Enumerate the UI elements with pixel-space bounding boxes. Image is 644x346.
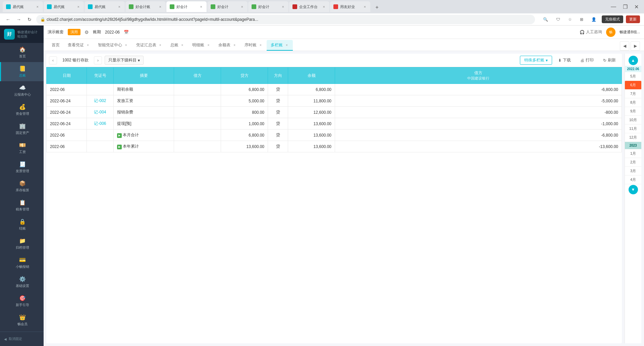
tab-voucher-summary[interactable]: 凭证汇总表 × [132,40,166,51]
tab-voucher-view-close[interactable]: × [86,43,90,47]
browser-tab-8[interactable]: 企业工作台 × [289,1,329,12]
calendar-month-june[interactable]: 6月 [625,81,641,90]
calendar-month-may[interactable]: 5月 [625,72,641,81]
extensions-icon[interactable]: ⊞ [577,16,586,23]
cell-voucher-1[interactable]: 记-002 [87,95,114,107]
tab-voucher-view[interactable]: 查看凭证 × [64,40,94,51]
browser-tab-7[interactable]: 好会计 × [248,1,288,12]
user-icon[interactable]: 👤 [589,16,599,23]
user-avatar[interactable]: 畅 [606,28,615,37]
calendar-icon[interactable]: 📅 [124,30,129,35]
filter-dropdown-button[interactable]: 只显示下级科目 ▾ [105,56,144,65]
tab-close-9[interactable]: × [363,4,367,9]
user-name[interactable]: 畅捷通B组... [620,30,640,35]
sidebar-item-tax[interactable]: 📋 税务管理 [0,196,44,215]
browser-tab-5[interactable]: 好会计 × [166,1,207,12]
expand-panel-button[interactable]: ▶ [631,41,640,51]
back-button[interactable]: ← [4,15,12,23]
tab-home[interactable]: 首页 [48,40,64,51]
update-button[interactable]: 更新 [626,15,640,23]
tab-balance-table[interactable]: 余额表 × [214,40,240,51]
sidebar-item-vip[interactable]: 👑 畅会员 [0,311,44,330]
maximize-button[interactable]: ❐ [620,2,630,11]
browser-tab-2[interactable]: 易代账 × [44,1,84,12]
browser-tab-4[interactable]: 好会计账 × [125,1,166,12]
browser-tab-6[interactable]: 好会计 × [207,1,248,12]
tab-close-6[interactable]: × [240,4,244,9]
minimize-button[interactable]: — [608,2,619,11]
shield-icon[interactable]: 🛡 [553,16,563,23]
calendar-month-feb-2023[interactable]: 2月 [625,158,641,167]
calendar-month-dec[interactable]: 12月 [625,133,641,142]
sidebar-item-invoice[interactable]: 🧾 发票管理 [0,158,44,177]
tab-close-7[interactable]: × [281,4,285,9]
download-button[interactable]: ⬇ 下载 [555,56,574,64]
tab-smart-voucher-close[interactable]: × [124,43,128,47]
print-button[interactable]: 🖨 打印 [577,56,597,64]
browser-tab-1[interactable]: 易代账 × [3,1,43,12]
tab-balance-table-close[interactable]: × [232,43,236,47]
sidebar-item-expense[interactable]: 💳 小畅报销 [0,253,44,273]
tab-sequence-ledger[interactable]: 序时账 × [240,40,267,51]
browser-tab-9[interactable]: 用友好业 × [330,1,370,12]
calendar-scroll-down[interactable]: ▼ [629,185,638,194]
tab-smart-voucher[interactable]: 智能凭证中心 × [94,40,132,51]
sidebar-item-funds[interactable]: 💰 资金管理 [0,100,44,119]
calendar-month-oct[interactable]: 10月 [625,116,641,125]
app-container: 好 畅捷通好会计 蛙痘医 🏠 首页 📒 总账 ☁️ 云报表中心 💰 资金管理 🏢… [0,26,644,346]
sidebar-item-home[interactable]: 🏠 首页 [0,43,44,62]
calendar-month-july[interactable]: 7月 [625,90,641,98]
prev-account-button[interactable]: ‹ [49,56,57,64]
tab-multi-col-ledger-close[interactable]: × [285,43,289,47]
calendar-month-mar-2023[interactable]: 3月 [625,167,641,176]
tab-close-1[interactable]: × [36,4,40,9]
settings-gear-icon[interactable]: ⚙ [85,30,89,35]
sidebar-item-reports[interactable]: ☁️ 云报表中心 [0,81,44,100]
tab-general-ledger[interactable]: 总账 × [166,40,189,51]
sidebar-logo[interactable]: 好 畅捷通好会计 蛙痘医 [0,26,44,43]
calendar-month-nov[interactable]: 11月 [625,125,641,133]
url-bar[interactable]: 🔒 cloud2.chanjet.com/accounting/uh26t264… [36,15,535,24]
calendar-month-apr-2023[interactable]: 4月 [625,176,641,184]
tab-close-8[interactable]: × [322,4,326,9]
service-button[interactable]: 🎧 人工咨询 [580,29,602,35]
tab-close-2[interactable]: × [76,4,80,9]
close-window-button[interactable]: ✕ [632,2,641,11]
browser-tab-3[interactable]: 易代账 × [85,1,125,12]
forward-button[interactable]: → [15,15,23,23]
tab-voucher-summary-close[interactable]: × [158,43,162,47]
new-tab-button[interactable]: + [372,3,382,12]
sidebar-item-settings[interactable]: ⚙️ 基础设置 [0,273,44,292]
refresh-button[interactable]: ↻ 刷新 [600,56,619,64]
tab-close-5[interactable]: × [199,4,203,9]
sidebar-item-close[interactable]: 🔒 结账 [0,215,44,234]
tab-general-ledger-close[interactable]: × [180,43,184,47]
no-trace-button[interactable]: 无痕模式 [602,15,623,23]
sidebar-item-salary[interactable]: 💴 工资 [0,139,44,158]
calendar-scroll-up[interactable]: ▲ [629,56,638,65]
tab-detail-ledger[interactable]: 明细账 × [188,40,214,51]
multi-col-button[interactable]: 特殊多栏账 ▾ [520,56,552,65]
tab-close-4[interactable]: × [158,4,162,9]
cell-voucher-3[interactable]: 记-006 [87,118,114,130]
sidebar-item-guide[interactable]: 🎯 新手引导 [0,292,44,311]
calendar-month-sep[interactable]: 9月 [625,107,641,116]
demo-badge[interactable]: 演用 [68,29,80,35]
collapse-panel-button[interactable]: ◀ [620,41,629,51]
calendar-month-jan-2023[interactable]: 1月 [625,149,641,158]
sidebar-item-archive[interactable]: 📁 归档管理 [0,234,44,253]
calendar-month-aug[interactable]: 8月 [625,98,641,107]
sidebar-item-inventory[interactable]: 📦 库存核算 [0,177,44,196]
star-icon[interactable]: ☆ [566,16,575,23]
cell-voucher-2[interactable]: 记-004 [87,107,114,118]
refresh-button[interactable]: ↻ [25,15,34,23]
tab-close-3[interactable]: × [117,4,121,9]
next-account-button[interactable]: › [94,56,102,64]
sidebar-item-ledger[interactable]: 📒 总账 [0,62,44,81]
tab-sequence-ledger-close[interactable]: × [259,43,263,47]
sidebar-item-assets[interactable]: 🏢 固定资产 [0,119,44,139]
unpin-button[interactable]: ◀ 取消固定 [1,335,42,343]
tab-multi-col-ledger[interactable]: 多栏账 × [267,40,293,51]
tab-detail-ledger-close[interactable]: × [206,43,210,47]
search-icon[interactable]: 🔍 [540,16,551,23]
